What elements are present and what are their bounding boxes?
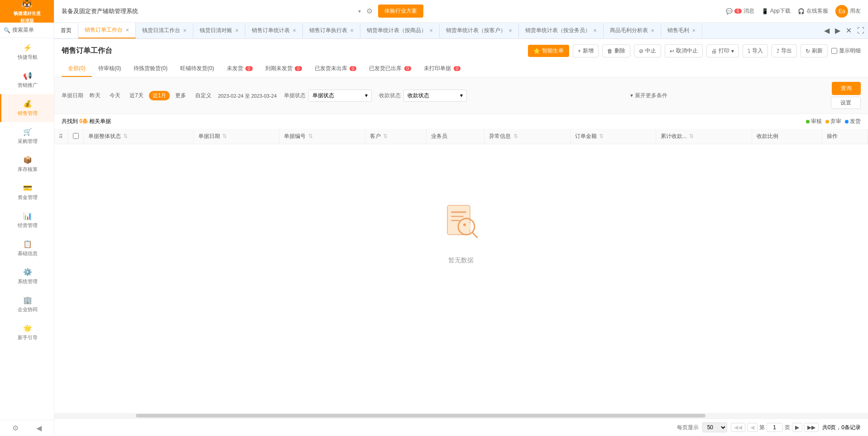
sidebar-item-operations[interactable]: 📊 经营管理: [0, 206, 54, 234]
filter-tab-all[interactable]: 全部(0): [62, 61, 92, 77]
cancel-review-action-btn[interactable]: 弃审: [825, 118, 841, 125]
date-option-7days[interactable]: 近7天: [126, 91, 147, 100]
tab-sales-stat-customer-close[interactable]: ✕: [508, 28, 512, 33]
page-next-btn[interactable]: ▶: [792, 423, 802, 432]
tab-sales-stat-customer[interactable]: 销货单统计表（按客户） ✕: [440, 23, 519, 38]
date-option-custom[interactable]: 自定义: [192, 91, 215, 100]
tab-sales-exec[interactable]: 销售订单执行表 ✕: [303, 23, 360, 38]
app-download-item[interactable]: 📱 App下载: [762, 7, 791, 15]
tab-home[interactable]: 首页: [54, 23, 78, 38]
page-last-btn[interactable]: ▶▶: [804, 423, 819, 432]
page-prev-btn[interactable]: ◀: [747, 423, 758, 432]
tab-close-all-btn[interactable]: ✕: [844, 25, 854, 36]
date-option-1month[interactable]: 近1月: [149, 91, 170, 100]
col-amount-header: 订单金额 ⇅: [570, 129, 656, 144]
tab-next-btn[interactable]: ▶: [833, 25, 842, 36]
tab-cash-daily-close[interactable]: ✕: [183, 28, 187, 33]
col-abnormal-sort[interactable]: ⇅: [513, 133, 518, 139]
tab-margin-analysis-close[interactable]: ✕: [651, 28, 654, 33]
export-button[interactable]: ⤴ 导出: [772, 44, 797, 57]
query-button[interactable]: 查询: [832, 82, 861, 95]
date-option-more[interactable]: 更多: [172, 91, 190, 100]
sidebar-search[interactable]: 🔍 搜索菜单: [0, 23, 54, 38]
filter-tab-unshipped[interactable]: 未发货 0: [221, 61, 259, 77]
col-customer-sort[interactable]: ⇅: [383, 133, 388, 139]
sidebar-item-system[interactable]: ⚙️ 系统管理: [0, 262, 54, 290]
col-status-label: 单据整体状态: [88, 133, 121, 139]
payment-filter-select[interactable]: 收款状态 ▾: [403, 90, 467, 102]
status-filter-select[interactable]: 单据状态 ▾: [308, 90, 372, 102]
per-page-select[interactable]: 20 50 100 200: [702, 422, 727, 432]
date-option-today[interactable]: 今天: [106, 91, 124, 100]
show-detail-checkbox[interactable]: [831, 48, 837, 54]
sidebar-item-finance[interactable]: 💳 资金管理: [0, 178, 54, 206]
sidebar-item-basic[interactable]: 📋 基础信息: [0, 234, 54, 262]
select-all-checkbox[interactable]: [73, 133, 79, 139]
user-item[interactable]: Ea 用友: [835, 5, 861, 18]
filter-tab-unprinted[interactable]: 未打印单据 0: [417, 61, 467, 77]
scrollbar-thumb[interactable]: [136, 414, 705, 417]
col-collected-sort[interactable]: ⇅: [689, 133, 694, 139]
col-number-sort[interactable]: ⇅: [308, 133, 313, 139]
add-button[interactable]: + 新增: [573, 44, 599, 57]
tab-fullscreen-btn[interactable]: ⛶: [855, 26, 866, 36]
sidebar-item-enterprise[interactable]: 🏢 企业协同: [0, 290, 54, 318]
refresh-button[interactable]: ↻ 刷新: [801, 44, 828, 57]
print-button[interactable]: 🖨 打印 ▾: [706, 44, 739, 57]
filter-tab-overdue[interactable]: 到期未发货 0: [259, 61, 308, 77]
sidebar-item-purchase[interactable]: 🛒 采购管理: [0, 122, 54, 150]
industry-solution-button[interactable]: 体验行业方案: [378, 5, 423, 18]
stop-button[interactable]: ⊘ 中止: [634, 44, 661, 57]
tab-sales-stat-product-close[interactable]: ✕: [429, 28, 433, 33]
col-status-sort[interactable]: ⇅: [123, 133, 128, 139]
tab-prev-btn[interactable]: ◀: [822, 25, 831, 36]
tab-sales-exec-close[interactable]: ✕: [350, 28, 354, 33]
ship-action-btn[interactable]: 发货: [845, 118, 861, 125]
topbar-gear-icon[interactable]: ⚙: [366, 7, 373, 15]
settings-filter-button[interactable]: 设置: [831, 97, 861, 109]
sidebar-item-marketing[interactable]: 📢 营销推广: [0, 66, 54, 94]
topbar-arrow-down[interactable]: ▾: [358, 8, 361, 14]
settings-icon[interactable]: ⚙: [12, 424, 19, 432]
tab-sales-workbench[interactable]: 销售订单工作台 ✕: [78, 23, 136, 38]
show-detail-toggle[interactable]: 显示明细: [831, 47, 861, 55]
filter-tab-pending-inspection[interactable]: 待拣货验货(0): [127, 61, 174, 77]
page-number-input[interactable]: [767, 423, 783, 432]
smart-generate-button[interactable]: ⭐ 智能生单: [528, 45, 569, 57]
tab-sales-stat-product[interactable]: 销货单统计表（按商品） ✕: [360, 23, 440, 38]
message-icon-item[interactable]: 💬 6 消息: [726, 7, 754, 15]
tab-sales-workbench-close[interactable]: ✕: [125, 28, 129, 33]
tab-sales-profit-close[interactable]: ✕: [692, 28, 695, 33]
tab-margin-analysis[interactable]: 商品毛利分析表 ✕: [604, 23, 661, 38]
sidebar-item-quicknav[interactable]: ⚡ 快捷导航: [0, 38, 54, 66]
tab-cash-daily[interactable]: 钱货日清工作台 ✕: [136, 23, 193, 38]
filter-tab-shipped-out[interactable]: 已发货已出库 0: [363, 61, 417, 77]
date-option-yesterday[interactable]: 昨天: [86, 91, 104, 100]
tab-sales-stat-staff[interactable]: 销货单统计表（按业务员） ✕: [519, 23, 604, 38]
filter-tab-pending-review[interactable]: 待审核(0): [92, 61, 128, 77]
page-first-btn[interactable]: ◀◀: [731, 423, 745, 432]
expand-icon: ▾: [630, 92, 633, 99]
import-button[interactable]: ⤵ 导入: [743, 44, 768, 57]
delete-button[interactable]: 🗑 删除: [602, 44, 630, 57]
filter-tab-wangpu[interactable]: 旺铺待发货(0): [174, 61, 221, 77]
overdue-badge: 0: [295, 66, 302, 71]
tab-cash-reconcile[interactable]: 钱货日清对账 ✕: [193, 23, 245, 38]
horizontal-scrollbar[interactable]: [54, 413, 868, 418]
tab-sales-stat-close[interactable]: ✕: [293, 28, 296, 33]
tab-sales-stat[interactable]: 销售订单统计表 ✕: [245, 23, 303, 38]
tab-sales-profit[interactable]: 销售毛利 ✕: [661, 23, 702, 38]
expand-more-conditions-button[interactable]: ▾ 展开更多条件: [627, 90, 671, 101]
online-service-item[interactable]: 🎧 在线客服: [798, 7, 828, 15]
tab-cash-reconcile-close[interactable]: ✕: [235, 28, 239, 33]
col-amount-sort[interactable]: ⇅: [599, 133, 604, 139]
sidebar-item-guide[interactable]: 🌟 新手引导: [0, 318, 54, 346]
sidebar-item-inventory[interactable]: 📦 库存核算: [0, 150, 54, 178]
filter-tab-shipped-not-out[interactable]: 已发货未出库 0: [308, 61, 363, 77]
review-action-btn[interactable]: 审核: [806, 118, 822, 125]
cancel-stop-button[interactable]: ↩ 取消中止: [665, 44, 703, 57]
tab-sales-stat-staff-close[interactable]: ✕: [593, 28, 597, 33]
collapse-icon[interactable]: ◀: [36, 424, 42, 432]
sidebar-item-sales[interactable]: 💰 销售管理: [0, 94, 54, 122]
col-date-sort[interactable]: ⇅: [222, 133, 227, 139]
